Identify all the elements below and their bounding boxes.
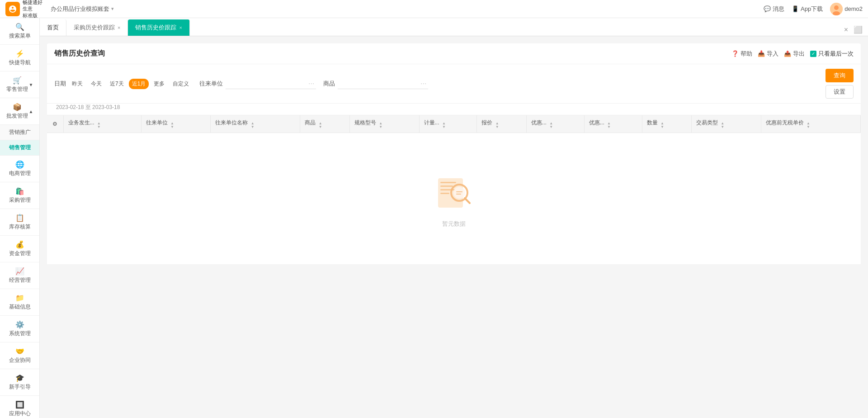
user-btn[interactable]: demo2: [830, 3, 863, 15]
export-action[interactable]: 📤 导出: [784, 50, 805, 58]
maximize-btn[interactable]: ⬜: [852, 24, 864, 36]
sort-quote: ▲▼: [495, 122, 499, 129]
sort-pretax-price: ▲▼: [807, 122, 810, 129]
th-discount2[interactable]: 优惠... ▲▼: [584, 115, 642, 133]
topbar-right: 💬 消息 📱 App下载 demo2: [764, 3, 863, 15]
date-range-display: 2023-02-18 至 2023-03-18: [56, 104, 120, 110]
th-unit[interactable]: 计量... ▲▼: [419, 115, 477, 133]
product-input[interactable]: [340, 80, 420, 87]
th-partner-code[interactable]: 往来单位 ▲▼: [141, 115, 211, 133]
page-header: 销售历史价查询 ❓ 帮助 📥 导入 📤 导出: [47, 43, 861, 64]
tab-purchase-history[interactable]: 采购历史价跟踪 ×: [66, 19, 128, 36]
date-btn-1month[interactable]: 近1月: [129, 79, 149, 89]
page-title: 销售历史价查询: [54, 49, 105, 64]
query-button[interactable]: 查询: [826, 69, 854, 82]
sidebar-item-quick-nav[interactable]: ⚡ 快捷导航: [0, 45, 39, 71]
th-spec[interactable]: 规格型号 ▲▼: [349, 115, 419, 133]
table-wrap: ⚙ 业务发生... ▲▼ 往来单位 ▲▼: [47, 115, 861, 264]
sidebar-item-new-guide[interactable]: 🎓 新手引导: [0, 369, 39, 396]
wholesale-icon: 📦: [6, 103, 28, 111]
date-btn-yesterday[interactable]: 昨天: [69, 79, 86, 89]
tab-sales-history[interactable]: 销售历史价跟踪 ×: [128, 19, 189, 36]
sidebar-item-inventory[interactable]: 📋 库存核算: [0, 209, 39, 236]
th-trade-type[interactable]: 交易类型 ▲▼: [692, 115, 761, 133]
message-btn[interactable]: 💬 消息: [764, 5, 784, 13]
chevron-up-icon: ▲: [29, 109, 33, 114]
help-icon: ❓: [731, 50, 739, 57]
th-partner-name[interactable]: 往来单位名称 ▲▼: [211, 115, 300, 133]
sidebar-item-app-center[interactable]: 🔲 应用中心: [0, 396, 39, 418]
gear-icon: ⚙: [52, 121, 57, 127]
inner-content: 销售历史价查询 ❓ 帮助 📥 导入 📤 导出: [47, 43, 861, 411]
sidebar-item-finance-mgmt[interactable]: 💰 资金管理: [0, 236, 39, 262]
date-btn-custom[interactable]: 自定义: [170, 79, 192, 89]
logo: 畅捷通好生意 标准版: [5, 0, 45, 19]
sidebar-item-wholesale-mgmt[interactable]: 📦 批发管理 ▲: [0, 98, 39, 125]
app-dropdown[interactable]: ▾: [111, 6, 114, 12]
th-quantity[interactable]: 数量 ▲▼: [642, 115, 691, 133]
import-action[interactable]: 📥 导入: [758, 50, 778, 58]
settings-button[interactable]: 设置: [826, 85, 854, 99]
sidebar-item-basic-info[interactable]: 📁 基础信息: [0, 289, 39, 316]
sort-partner-code: ▲▼: [170, 122, 174, 129]
new-guide-icon: 🎓: [2, 374, 38, 382]
app-download-icon: 📱: [792, 5, 799, 12]
date-filter-buttons: 昨天 今天 近7天 近1月 更多 自定义: [69, 79, 192, 89]
date-btn-more[interactable]: 更多: [151, 79, 168, 89]
sidebar-item-purchase-mgmt[interactable]: 🛍️ 采购管理: [0, 182, 39, 209]
th-product[interactable]: 商品 ▲▼: [300, 115, 349, 133]
close-all-tabs-btn[interactable]: ×: [842, 24, 850, 36]
th-gear[interactable]: ⚙: [47, 115, 63, 133]
partner-filter: 往来单位 ···: [199, 79, 316, 89]
content-area: 首页 采购历史价跟踪 × 销售历史价跟踪 × × ⬜ 销售历史价查询: [40, 18, 868, 418]
partner-input[interactable]: [227, 80, 308, 87]
quick-nav-icon: ⚡: [2, 49, 38, 58]
sidebar-item-marketing[interactable]: 营销推广: [0, 125, 39, 140]
th-discount1[interactable]: 优惠... ▲▼: [526, 115, 584, 133]
export-icon: 📤: [784, 50, 791, 57]
th-pretax-price[interactable]: 优惠前无税单价 ▲▼: [761, 115, 860, 133]
product-input-wrap: ···: [338, 79, 428, 89]
search-icon: 🔍: [2, 23, 38, 31]
date-btn-7days[interactable]: 近7天: [107, 79, 127, 89]
table-header-row: ⚙ 业务发生... ▲▼ 往来单位 ▲▼: [47, 115, 861, 133]
sidebar-item-sales-mgmt[interactable]: 销售管理: [0, 140, 39, 156]
help-action[interactable]: ❓ 帮助: [731, 50, 752, 58]
svg-rect-7: [440, 193, 449, 194]
operation-icon: 📈: [2, 267, 38, 276]
app-download-btn[interactable]: 📱 App下载: [792, 5, 823, 13]
sidebar-item-enterprise-coop[interactable]: 🤝 企业协同: [0, 342, 39, 369]
sidebar-item-ecommerce-mgmt[interactable]: 🌐 电商管理: [0, 156, 39, 182]
partner-label: 往来单位: [199, 80, 223, 88]
th-biz-date[interactable]: 业务发生... ▲▼: [63, 115, 141, 133]
empty-state: 暂元数据: [47, 133, 861, 264]
purchase-icon: 🛍️: [2, 187, 38, 195]
sidebar-item-retail-mgmt[interactable]: 🛒 零售管理 ▼: [0, 71, 39, 98]
page-content: 销售历史价查询 ❓ 帮助 📥 导入 📤 导出: [40, 36, 868, 418]
date-filter: 日期 昨天 今天 近7天 近1月 更多 自定义: [54, 79, 192, 89]
sort-biz-date: ▲▼: [97, 122, 101, 129]
close-sales-history-tab[interactable]: ×: [179, 25, 182, 30]
empty-text: 暂元数据: [442, 220, 466, 228]
date-range-row: 2023-02-18 至 2023-03-18: [47, 104, 861, 115]
partner-input-dots[interactable]: ···: [308, 80, 314, 88]
chevron-down-icon: ▼: [29, 82, 33, 87]
date-btn-today[interactable]: 今天: [88, 79, 105, 89]
close-purchase-history-tab[interactable]: ×: [118, 25, 120, 30]
th-quote[interactable]: 报价 ▲▼: [477, 115, 526, 133]
sort-trade-type: ▲▼: [721, 122, 724, 129]
sidebar-sub-group: 营销推广 销售管理: [0, 125, 39, 156]
only-last-checkbox[interactable]: ✓: [810, 51, 816, 57]
logo-text: 畅捷通好生意 标准版: [23, 0, 45, 19]
product-input-dots[interactable]: ···: [420, 80, 426, 88]
sidebar-item-system-mgmt[interactable]: ⚙️ 系统管理: [0, 316, 39, 342]
tab-bar: 首页 采购历史价跟踪 × 销售历史价跟踪 × × ⬜: [40, 18, 868, 36]
only-last-label[interactable]: ✓ 只看最后一次: [810, 50, 854, 58]
tab-home[interactable]: 首页: [40, 19, 66, 36]
enterprise-coop-icon: 🤝: [2, 347, 38, 356]
import-icon: 📥: [758, 50, 765, 57]
sidebar-item-operation-mgmt[interactable]: 📈 经营管理: [0, 262, 39, 289]
product-label: 商品: [323, 80, 335, 88]
sidebar-item-search-menu[interactable]: 🔍 搜索菜单: [0, 18, 39, 45]
app-center-icon: 🔲: [2, 400, 38, 409]
